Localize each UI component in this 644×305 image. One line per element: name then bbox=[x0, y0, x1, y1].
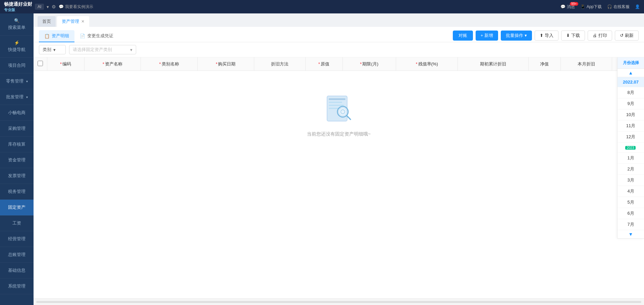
month-item-9[interactable]: 9月 bbox=[618, 98, 644, 109]
user-avatar: 👤 bbox=[635, 4, 640, 9]
top-bar-right: 💬 消息 99+ 📱 App下载 🎧 在线客服 👤 bbox=[560, 4, 640, 10]
assets-table: *编码 *资产名称 *类别名称 *购买日期 折旧方法 *原值 *期限(月) *残… bbox=[34, 57, 644, 71]
search-icon: 🔍 bbox=[14, 18, 19, 23]
download-btn[interactable]: ⬇ 下载 bbox=[561, 31, 585, 41]
month-panel-header: 月份选择 bbox=[618, 57, 644, 69]
demo-link[interactable]: 💬 我要看实例演示 bbox=[59, 4, 93, 10]
sub-tab-change-voucher[interactable]: 📄 变更生成凭证 bbox=[74, 30, 119, 42]
main-layout: 🔍 搜索菜单 ⚡ 快捷导航 项目合同 零售管理 ▾ 批发管理 ▾ 小畅电商 采购… bbox=[0, 13, 644, 305]
category-input[interactable]: 请选择固定资产类别 ▾ bbox=[69, 45, 136, 54]
quick-nav-icon: ⚡ bbox=[14, 40, 19, 45]
message-btn[interactable]: 💬 消息 99+ bbox=[560, 4, 575, 10]
month-item-current[interactable]: 2022.07 bbox=[618, 77, 644, 87]
th-checkbox bbox=[34, 57, 47, 71]
table-wrapper: *编码 *资产名称 *类别名称 *购买日期 折旧方法 *原值 *期限(月) *残… bbox=[34, 57, 644, 298]
sidebar-item-system[interactable]: 系统管理 bbox=[0, 278, 34, 294]
month-panel: 月份选择 ▲ 2022.07 8月 9月 10月 11月 12月 2023 1月… bbox=[617, 57, 644, 239]
add-btn[interactable]: + 新增 bbox=[476, 31, 498, 41]
sidebar-item-purchase[interactable]: 采购管理 bbox=[0, 121, 34, 137]
month-item-2023[interactable]: 2023 bbox=[618, 143, 644, 153]
filter-bar: 类别 ▾ 请选择固定资产类别 ▾ bbox=[34, 42, 644, 57]
batch-btn[interactable]: 批量操作 ▾ bbox=[501, 31, 532, 41]
app-download-icon: 📱 bbox=[580, 4, 585, 9]
batch-dropdown-icon: ▾ bbox=[525, 33, 527, 38]
sidebar-item-project[interactable]: 项目合同 bbox=[0, 58, 34, 73]
company-dropdown-icon[interactable]: ▾ bbox=[47, 4, 49, 9]
svg-point-6 bbox=[339, 108, 346, 115]
sidebar-item-quick-nav[interactable]: ⚡ 快捷导航 bbox=[0, 36, 34, 58]
sidebar-item-tax[interactable]: 税务管理 bbox=[0, 184, 34, 200]
tab-bar: 首页 资产管理 ✕ bbox=[34, 13, 644, 27]
page-content: 📋 资产明细 📄 变更生成凭证 对账 + 新增 批量操作 ▾ ⬆ bbox=[34, 27, 644, 305]
sidebar-item-general-ledger[interactable]: 总账管理 bbox=[0, 247, 34, 263]
empty-state: 当前您还没有固定资产明细哦~ bbox=[34, 71, 644, 157]
svg-rect-2 bbox=[329, 102, 342, 103]
sub-tabs: 📋 资产明细 📄 变更生成凭证 对账 + 新增 批量操作 ▾ ⬆ bbox=[34, 27, 644, 42]
settings-icon[interactable]: ⚙ bbox=[52, 4, 56, 9]
svg-rect-3 bbox=[329, 105, 344, 106]
tab-close-icon[interactable]: ✕ bbox=[81, 19, 85, 24]
month-panel-down-nav[interactable]: ▼ bbox=[618, 230, 644, 238]
app-download-btn[interactable]: 📱 App下载 bbox=[580, 4, 602, 10]
message-badge: 99+ bbox=[570, 2, 578, 6]
th-depreciation-method: 折旧方法 bbox=[254, 57, 305, 71]
month-item-4[interactable]: 4月 bbox=[618, 186, 644, 197]
message-icon: 💬 bbox=[560, 4, 566, 9]
user-info[interactable]: 👤 bbox=[635, 4, 640, 9]
sidebar-item-basic-info[interactable]: 基础信息 bbox=[0, 263, 34, 278]
th-period: *期限(月) bbox=[342, 57, 396, 71]
sidebar-item-wholesale[interactable]: 批发管理 ▾ bbox=[0, 89, 34, 105]
empty-text: 当前您还没有固定资产明细哦~ bbox=[307, 131, 371, 137]
th-net-value: 净值 bbox=[529, 57, 560, 71]
month-item-10[interactable]: 10月 bbox=[618, 109, 644, 120]
top-bar-left: 畅捷通好业财 专业版 AI ▾ ⚙ 💬 我要看实例演示 bbox=[4, 1, 93, 12]
import-btn[interactable]: ⬆ 导入 bbox=[535, 31, 558, 41]
sidebar-item-operations[interactable]: 经营管理 bbox=[0, 231, 34, 247]
month-item-11[interactable]: 11月 bbox=[618, 120, 644, 132]
tab-asset-mgmt[interactable]: 资产管理 ✕ bbox=[57, 16, 89, 27]
sidebar-item-fixed-assets[interactable]: 固定资产 bbox=[0, 200, 34, 215]
month-item-8[interactable]: 8月 bbox=[618, 87, 644, 98]
sidebar-item-search[interactable]: 🔍 搜索菜单 bbox=[0, 13, 34, 36]
refresh-btn[interactable]: ↺ 刷新 bbox=[615, 31, 639, 41]
month-item-12[interactable]: 12月 bbox=[618, 132, 644, 143]
content-area: 首页 资产管理 ✕ 📋 资产明细 📄 变更生成凭证 对账 bbox=[34, 13, 644, 305]
bottom-bar bbox=[34, 298, 644, 305]
download-icon: ⬇ bbox=[566, 33, 570, 38]
th-original-value: *原值 bbox=[305, 57, 342, 71]
company-selector[interactable]: AI bbox=[35, 4, 44, 10]
month-item-6[interactable]: 6月 bbox=[618, 208, 644, 219]
sidebar-item-inventory[interactable]: 库存核算 bbox=[0, 137, 34, 152]
online-service-icon: 🎧 bbox=[607, 4, 612, 9]
year-badge: 2023 bbox=[625, 146, 635, 150]
horizontal-scrollbar[interactable] bbox=[36, 301, 641, 303]
asset-detail-icon: 📋 bbox=[44, 34, 50, 39]
month-item-5[interactable]: 5月 bbox=[618, 197, 644, 208]
category-select[interactable]: 类别 ▾ bbox=[39, 45, 66, 54]
online-service-btn[interactable]: 🎧 在线客服 bbox=[607, 4, 630, 10]
month-item-2[interactable]: 2月 bbox=[618, 164, 644, 175]
wholesale-arrow-icon: ▾ bbox=[26, 95, 28, 99]
empty-illustration bbox=[319, 91, 359, 124]
month-item-7[interactable]: 7月 bbox=[618, 219, 644, 230]
sidebar-item-ecommerce[interactable]: 小畅电商 bbox=[0, 105, 34, 121]
change-voucher-icon: 📄 bbox=[80, 34, 85, 39]
app-logo: 畅捷通好业财 专业版 bbox=[4, 1, 32, 12]
sidebar-item-salary[interactable]: 工资 bbox=[0, 215, 34, 231]
th-accumulated-depreciation: 期初累计折旧 bbox=[458, 57, 529, 71]
reconcile-btn[interactable]: 对账 bbox=[453, 31, 473, 41]
sidebar-item-retail[interactable]: 零售管理 ▾ bbox=[0, 73, 34, 89]
month-item-3[interactable]: 3月 bbox=[618, 175, 644, 186]
import-icon: ⬆ bbox=[540, 33, 543, 38]
th-residual-rate: *残值率(%) bbox=[396, 57, 458, 71]
filter-dropdown-icon: ▾ bbox=[53, 47, 56, 52]
select-all-checkbox[interactable] bbox=[38, 61, 43, 66]
month-panel-up-nav[interactable]: ▲ bbox=[618, 69, 644, 77]
sub-tab-asset-detail[interactable]: 📋 资产明细 bbox=[39, 30, 74, 42]
sidebar-item-finance[interactable]: 资金管理 bbox=[0, 152, 34, 168]
tab-home[interactable]: 首页 bbox=[38, 16, 56, 27]
print-btn[interactable]: 🖨 打印 bbox=[588, 31, 612, 41]
sidebar-item-invoice[interactable]: 发票管理 bbox=[0, 168, 34, 184]
month-item-1[interactable]: 1月 bbox=[618, 153, 644, 164]
demo-icon: 💬 bbox=[59, 4, 64, 9]
